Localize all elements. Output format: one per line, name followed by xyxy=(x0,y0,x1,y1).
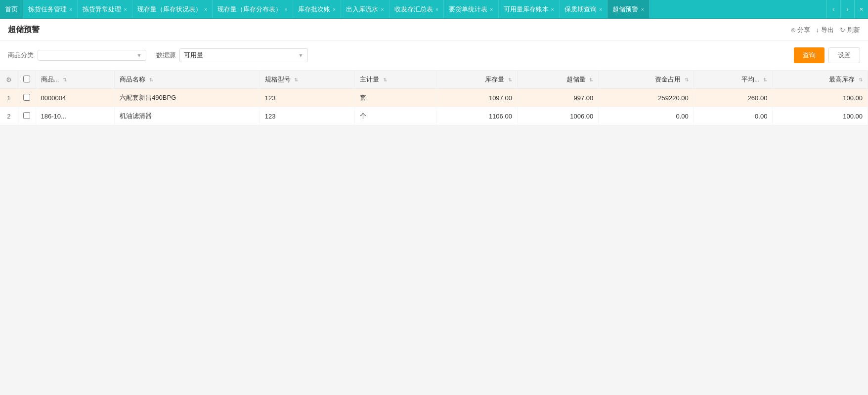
nav-pick-task[interactable]: 拣货任务管理 × xyxy=(23,0,78,19)
nav-in-out-flow[interactable]: 出入库流水 × xyxy=(341,0,389,19)
nav-stock-status[interactable]: 现存量（库存状况表） × xyxy=(132,0,213,19)
col-avg-header[interactable]: 平均... ⇅ xyxy=(694,71,773,89)
close-icon[interactable]: × xyxy=(124,6,127,12)
nav-recv-send-summary-label: 收发存汇总表 xyxy=(394,5,433,14)
data-table: ⚙ 商品... ⇅ 商品名称 ⇅ 规格型号 ⇅ xyxy=(0,71,868,125)
col-over-stock-header[interactable]: 超储量 ⇅ xyxy=(517,71,598,89)
row-product-name: 六配套新昌490BPG xyxy=(115,89,260,107)
nav-demand-stats[interactable]: 要货单统计表 × xyxy=(444,0,498,19)
nav-available-ledger[interactable]: 可用量库存账本 × xyxy=(499,0,560,19)
sort-icon: ⇅ xyxy=(508,77,512,82)
col-stock-label: 库存量 xyxy=(485,76,504,83)
nav-overstock-label: 超储预警 xyxy=(612,5,638,14)
row-capital: 0.00 xyxy=(599,107,694,125)
gear-icon[interactable]: ⚙ xyxy=(6,76,12,83)
query-button[interactable]: 查询 xyxy=(794,47,825,63)
share-button[interactable]: ⎋ 分享 xyxy=(791,26,810,35)
col-product-code-header[interactable]: 商品... ⇅ xyxy=(36,71,115,89)
col-product-name-header[interactable]: 商品名称 ⇅ xyxy=(115,71,260,89)
sort-icon: ⇅ xyxy=(589,77,593,82)
datasource-filter: 数据源 可用量 ▼ xyxy=(156,48,308,62)
close-icon[interactable]: × xyxy=(490,6,493,12)
sort-icon: ⇅ xyxy=(63,77,67,82)
product-category-filter: 商品分类 ▼ xyxy=(8,50,146,61)
nav-pick-exception-label: 拣货异常处理 xyxy=(83,5,121,14)
nav-pick-exception[interactable]: 拣货异常处理 × xyxy=(78,0,132,19)
nav-pick-task-label: 拣货任务管理 xyxy=(28,5,67,14)
close-icon[interactable]: × xyxy=(381,6,384,12)
nav-stock-dist[interactable]: 现存量（库存分布表） × xyxy=(213,0,293,19)
product-category-select[interactable]: ▼ xyxy=(38,50,146,61)
nav-home-label: 首页 xyxy=(5,5,18,14)
top-navigation: 首页 拣货任务管理 × 拣货异常处理 × 现存量（库存状况表） × 现存量（库存… xyxy=(0,0,868,19)
nav-overstock-warning[interactable]: 超储预警 × xyxy=(608,0,649,19)
col-unit-header[interactable]: 主计量 ⇅ xyxy=(355,71,436,89)
row-product-code: 186-10... xyxy=(36,107,115,125)
col-check-header[interactable] xyxy=(18,71,36,89)
close-icon[interactable]: × xyxy=(551,6,554,12)
col-capital-label: 资金占用 xyxy=(655,76,681,83)
datasource-label: 数据源 xyxy=(156,51,175,60)
close-icon[interactable]: × xyxy=(69,6,72,12)
sort-icon: ⇅ xyxy=(859,77,863,82)
row-avg: 0.00 xyxy=(694,107,773,125)
close-icon[interactable]: × xyxy=(435,6,438,12)
chevron-down-icon: ▼ xyxy=(298,52,304,58)
row-checkbox[interactable] xyxy=(23,94,30,101)
close-icon[interactable]: × xyxy=(204,6,207,12)
refresh-icon: ↻ xyxy=(840,26,845,34)
row-spec: 123 xyxy=(260,107,355,125)
row-max-stock: 100.00 xyxy=(773,89,868,107)
row-checkbox-cell[interactable] xyxy=(18,107,36,125)
col-over-stock-label: 超储量 xyxy=(566,76,586,83)
row-checkbox[interactable] xyxy=(23,112,30,119)
nav-prev-button[interactable]: ‹ xyxy=(826,0,840,19)
select-all-checkbox[interactable] xyxy=(23,76,30,82)
nav-home[interactable]: 首页 xyxy=(0,0,23,19)
col-spec-header[interactable]: 规格型号 ⇅ xyxy=(260,71,355,89)
nav-next-button[interactable]: › xyxy=(840,0,854,19)
row-product-name: 机油滤清器 xyxy=(115,107,260,125)
col-max-stock-header[interactable]: 最高库存 ⇅ xyxy=(773,71,868,89)
row-unit: 套 xyxy=(355,89,436,107)
row-product-code: 0000004 xyxy=(36,89,115,107)
nav-close-button[interactable]: × xyxy=(854,0,868,19)
close-icon[interactable]: × xyxy=(284,6,287,12)
export-button[interactable]: ↓ 导出 xyxy=(816,26,834,35)
row-index: 1 xyxy=(0,89,18,107)
table-row: 1 0000004 六配套新昌490BPG 123 套 1097.00 997.… xyxy=(0,89,868,107)
table-header-row: ⚙ 商品... ⇅ 商品名称 ⇅ 规格型号 ⇅ xyxy=(0,71,868,89)
row-over-stock: 1006.00 xyxy=(517,107,598,125)
row-checkbox-cell[interactable] xyxy=(18,89,36,107)
row-avg: 260.00 xyxy=(694,89,773,107)
refresh-button[interactable]: ↻ 刷新 xyxy=(840,26,860,35)
col-avg-label: 平均... xyxy=(741,76,760,83)
sort-icon: ⇅ xyxy=(149,77,153,82)
nav-stock-status-label: 现存量（库存状况表） xyxy=(137,5,202,14)
row-index: 2 xyxy=(0,107,18,125)
settings-button[interactable]: 设置 xyxy=(828,47,860,63)
datasource-select[interactable]: 可用量 ▼ xyxy=(179,48,308,62)
row-stock: 1097.00 xyxy=(436,89,517,107)
col-settings-header[interactable]: ⚙ xyxy=(0,71,18,89)
col-capital-header[interactable]: 资金占用 ⇅ xyxy=(599,71,694,89)
nav-shelf-life[interactable]: 保质期查询 × xyxy=(560,0,608,19)
chevron-down-icon: ▼ xyxy=(136,52,142,58)
export-icon: ↓ xyxy=(816,26,820,34)
nav-recv-send-summary[interactable]: 收发存汇总表 × xyxy=(390,0,444,19)
nav-available-ledger-label: 可用量库存账本 xyxy=(504,5,549,14)
close-icon[interactable]: × xyxy=(333,6,336,12)
col-stock-header[interactable]: 库存量 ⇅ xyxy=(436,71,517,89)
table-container: ⚙ 商品... ⇅ 商品名称 ⇅ 规格型号 ⇅ xyxy=(0,71,868,125)
nav-demand-stats-label: 要货单统计表 xyxy=(449,5,487,14)
sort-icon: ⇅ xyxy=(383,77,387,82)
export-label: 导出 xyxy=(821,26,834,35)
nav-stock-batch[interactable]: 库存批次账 × xyxy=(293,0,341,19)
close-icon[interactable]: × xyxy=(599,6,602,12)
page-container: 超储预警 ⎋ 分享 ↓ 导出 ↻ 刷新 商品分类 ▼ 数据源 xyxy=(0,19,868,125)
row-capital: 259220.00 xyxy=(599,89,694,107)
nav-arrows: ‹ › × xyxy=(826,0,868,19)
close-icon[interactable]: × xyxy=(641,6,644,12)
filter-buttons: 查询 设置 xyxy=(794,47,860,63)
refresh-label: 刷新 xyxy=(847,26,860,35)
